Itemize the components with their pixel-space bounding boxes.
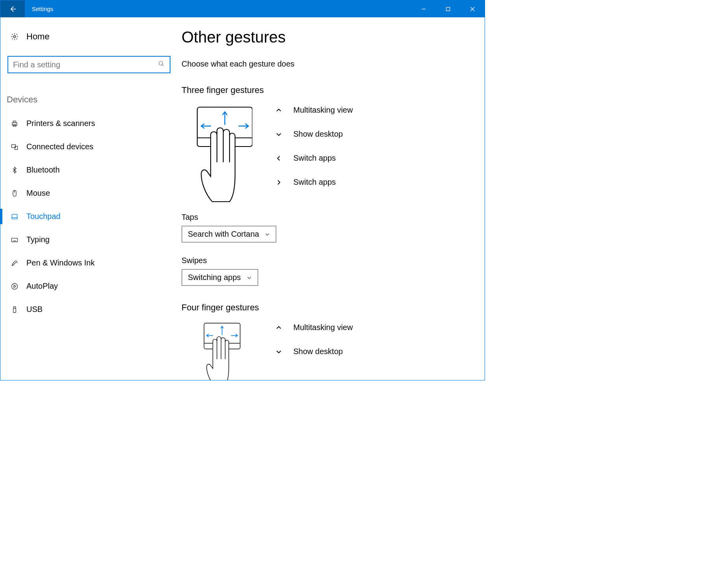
mouse-icon [10, 189, 19, 197]
sidebar-item-printers[interactable]: Printers & scanners [7, 112, 171, 135]
content-area: Other gestures Choose what each gesture … [178, 17, 485, 380]
chevron-left-icon [274, 155, 283, 162]
gesture-right-row: Switch apps [274, 178, 353, 187]
sidebar-item-pen[interactable]: Pen & Windows Ink [7, 251, 171, 275]
svg-point-2 [13, 35, 15, 37]
touchpad-icon [10, 213, 19, 221]
devices-icon [10, 143, 19, 151]
sidebar-home[interactable]: Home [7, 27, 171, 46]
svg-rect-9 [15, 146, 18, 149]
svg-rect-14 [12, 238, 18, 241]
sidebar-home-label: Home [26, 32, 50, 42]
search-icon [158, 60, 165, 69]
gear-icon [10, 33, 19, 41]
bluetooth-icon [10, 166, 19, 174]
gesture-right-label: Switch apps [293, 178, 336, 187]
sidebar-item-label: Bluetooth [26, 165, 60, 174]
sidebar-item-touchpad[interactable]: Touchpad [7, 205, 171, 228]
usb-icon [10, 306, 19, 314]
sidebar: Home Devices Printers & scanners Connect… [0, 17, 178, 380]
swipes-label: Swipes [182, 256, 469, 265]
sidebar-item-autoplay[interactable]: AutoPlay [7, 275, 171, 298]
gesture-down-label: Show desktop [293, 130, 343, 139]
titlebar: Settings [0, 0, 485, 17]
sidebar-item-bluetooth[interactable]: Bluetooth [7, 158, 171, 182]
svg-line-4 [162, 65, 164, 66]
autoplay-icon [10, 282, 19, 290]
svg-point-21 [12, 283, 18, 289]
svg-rect-12 [12, 214, 17, 219]
sidebar-item-label: Typing [26, 235, 50, 244]
chevron-up-icon [274, 107, 283, 114]
svg-point-3 [159, 61, 163, 65]
gesture-left-label: Switch apps [293, 154, 336, 163]
sidebar-section-label: Devices [7, 95, 171, 105]
sidebar-item-label: Connected devices [26, 142, 93, 151]
sidebar-nav: Printers & scanners Connected devices Bl… [7, 112, 171, 321]
search-input[interactable] [13, 60, 158, 69]
keyboard-icon [10, 236, 19, 244]
sidebar-item-label: Printers & scanners [26, 119, 95, 128]
minimize-button[interactable] [411, 0, 436, 17]
page-heading: Other gestures [182, 28, 469, 46]
gesture-down-label: Show desktop [293, 347, 343, 356]
taps-value: Search with Cortana [188, 230, 259, 239]
four-finger-title: Four finger gestures [182, 302, 469, 313]
swipes-dropdown[interactable]: Switching apps [182, 269, 258, 286]
chevron-down-icon [274, 348, 283, 355]
chevron-up-icon [274, 324, 283, 331]
sidebar-item-mouse[interactable]: Mouse [7, 182, 171, 205]
four-finger-block: Multitasking view Show desktop [182, 321, 469, 380]
search-box[interactable] [7, 56, 170, 73]
gesture-left-row: Switch apps [274, 154, 353, 163]
gesture-up-label: Multitasking view [293, 323, 353, 332]
page-description: Choose what each gesture does [182, 59, 469, 69]
sidebar-item-label: Mouse [26, 189, 50, 198]
taps-label: Taps [182, 213, 469, 222]
sidebar-item-typing[interactable]: Typing [7, 228, 171, 251]
chevron-down-icon [265, 232, 270, 237]
swipes-value: Switching apps [188, 273, 241, 282]
printer-icon [10, 120, 19, 128]
pen-icon [10, 259, 19, 267]
sidebar-item-connected[interactable]: Connected devices [7, 135, 171, 158]
three-finger-block: Multitasking view Show desktop Switch ap… [182, 103, 469, 207]
window-title: Settings [25, 0, 411, 17]
three-finger-title: Three finger gestures [182, 85, 469, 95]
chevron-down-icon [246, 275, 252, 280]
svg-rect-6 [13, 121, 16, 122]
gesture-up-label: Multitasking view [293, 106, 353, 115]
gesture-down-row: Show desktop [274, 347, 353, 356]
gesture-up-row: Multitasking view [274, 106, 353, 115]
svg-rect-1 [446, 7, 450, 11]
sidebar-item-label: Pen & Windows Ink [26, 258, 94, 267]
window-controls [411, 0, 485, 17]
sidebar-item-label: USB [26, 305, 43, 314]
sidebar-item-label: Touchpad [26, 212, 61, 221]
back-button[interactable] [0, 0, 25, 17]
touchpad-illustration [182, 103, 252, 207]
touchpad-illustration [182, 321, 252, 380]
gesture-down-row: Show desktop [274, 130, 353, 139]
sidebar-item-usb[interactable]: USB [7, 298, 171, 321]
gesture-up-row: Multitasking view [274, 323, 353, 332]
chevron-down-icon [274, 131, 283, 138]
svg-rect-23 [13, 308, 16, 312]
close-button[interactable] [460, 0, 485, 17]
maximize-button[interactable] [436, 0, 460, 17]
chevron-right-icon [274, 179, 283, 186]
taps-dropdown[interactable]: Search with Cortana [182, 226, 276, 243]
sidebar-item-label: AutoPlay [26, 282, 58, 291]
